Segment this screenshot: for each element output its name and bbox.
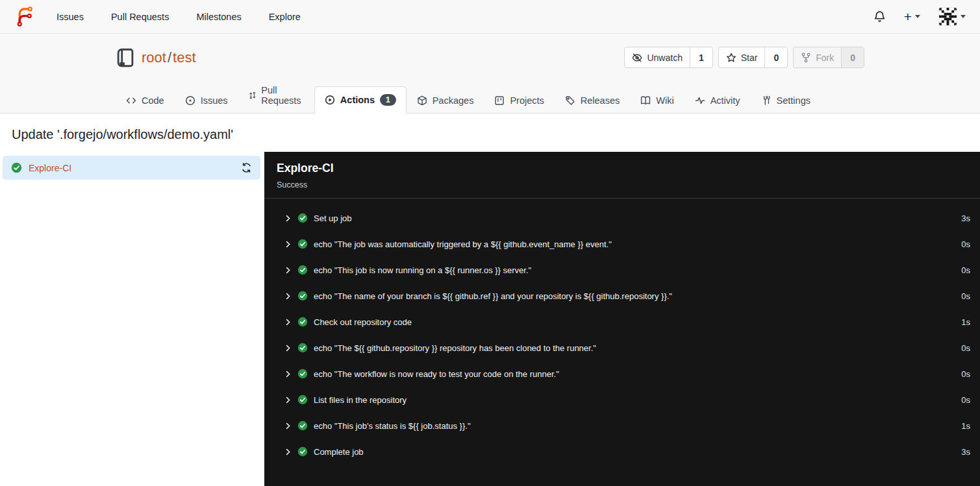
step-duration: 0s <box>961 239 970 249</box>
step-row[interactable]: echo "The job was automatically triggere… <box>264 231 980 257</box>
repo-name-link[interactable]: test <box>173 49 195 66</box>
nav-issues[interactable]: Issues <box>57 12 84 22</box>
chevron-right-icon[interactable] <box>283 343 293 353</box>
fork-icon <box>801 53 811 63</box>
actions-count-badge: 1 <box>380 94 396 106</box>
step-duration: 0s <box>961 369 970 379</box>
unwatch-label: Unwatch <box>647 53 682 63</box>
pull-request-icon <box>249 90 257 101</box>
plus-icon: + <box>904 10 912 23</box>
fork-button: Fork 0 <box>793 47 864 68</box>
user-menu[interactable] <box>938 7 966 26</box>
repo-action-buttons: Unwatch 1 Star 0 <box>624 47 864 68</box>
step-name: echo "The name of your branch is ${{ git… <box>314 291 672 301</box>
repo-book-icon <box>116 48 135 67</box>
chevron-right-icon[interactable] <box>283 395 293 405</box>
repo-tabs: Code Issues Pull Requests Actions <box>116 77 864 113</box>
step-row[interactable]: Complete job 3s <box>264 439 980 465</box>
step-row[interactable]: Check out repository code 1s <box>264 309 980 335</box>
step-row[interactable]: echo "The workflow is now ready to test … <box>264 361 980 387</box>
success-check-icon <box>297 317 308 327</box>
star-count[interactable]: 0 <box>764 47 787 67</box>
step-row[interactable]: echo "This job is now running on a ${{ r… <box>264 257 980 283</box>
notifications-bell-icon[interactable] <box>873 10 886 23</box>
rerun-refresh-icon[interactable] <box>241 162 252 173</box>
tab-settings[interactable]: Settings <box>751 88 821 113</box>
success-check-icon <box>297 446 308 457</box>
tab-pull-requests[interactable]: Pull Requests <box>238 77 314 113</box>
tab-packages[interactable]: Packages <box>407 88 484 113</box>
steps-list: Set up job 3s echo "The job was automati… <box>264 199 980 471</box>
step-name: Complete job <box>314 447 364 457</box>
success-check-icon <box>297 239 308 249</box>
tab-projects[interactable]: Projects <box>484 88 554 113</box>
success-check-icon <box>297 369 308 379</box>
step-duration: 1s <box>961 317 970 327</box>
nav-pull-requests[interactable]: Pull Requests <box>111 12 169 22</box>
book-open-icon <box>640 95 651 106</box>
job-item-explore-ci[interactable]: Explore-CI <box>3 156 260 180</box>
jobs-sidebar: Explore-CI <box>0 152 264 486</box>
success-check-icon <box>297 213 308 223</box>
pulse-icon <box>695 95 705 106</box>
step-duration: 0s <box>961 291 970 301</box>
step-duration: 0s <box>961 343 970 353</box>
fork-count: 0 <box>841 47 864 67</box>
nav-milestones[interactable]: Milestones <box>196 12 241 22</box>
nav-explore[interactable]: Explore <box>269 12 301 22</box>
unwatch-button[interactable]: Unwatch 1 <box>624 47 712 68</box>
chevron-right-icon[interactable] <box>283 369 293 379</box>
chevron-right-icon[interactable] <box>283 265 293 275</box>
play-circle-icon <box>325 95 335 105</box>
chevron-right-icon[interactable] <box>283 317 293 327</box>
chevron-right-icon[interactable] <box>283 447 293 457</box>
repo-owner-link[interactable]: root <box>142 49 166 66</box>
forgejo-logo[interactable] <box>14 6 34 27</box>
chevron-right-icon[interactable] <box>283 213 293 223</box>
step-name: echo "The workflow is now ready to test … <box>314 369 559 379</box>
step-name: echo "This job is now running on a ${{ r… <box>314 265 531 275</box>
step-row[interactable]: List files in the repository 0s <box>264 387 980 413</box>
project-board-icon <box>494 95 505 106</box>
success-check-icon <box>297 395 308 405</box>
repo-header: root/test Unwatch <box>0 34 980 114</box>
top-navbar: Issues Pull Requests Milestones Explore … <box>0 0 980 34</box>
tab-actions[interactable]: Actions 1 <box>314 86 407 114</box>
avatar <box>938 7 957 26</box>
chevron-right-icon[interactable] <box>283 239 293 249</box>
step-duration: 3s <box>961 447 970 457</box>
step-duration: 3s <box>961 213 970 223</box>
job-panel-header: Explore-CI Success <box>264 152 980 199</box>
step-duration: 0s <box>961 395 970 405</box>
tab-code[interactable]: Code <box>116 88 175 113</box>
chevron-right-icon[interactable] <box>283 291 293 301</box>
chevron-down-icon <box>915 15 920 18</box>
tab-releases[interactable]: Releases <box>555 88 630 113</box>
repo-title: root/test <box>116 48 196 67</box>
package-icon <box>417 95 427 106</box>
step-row[interactable]: Set up job 3s <box>264 205 980 231</box>
step-duration: 0s <box>961 265 970 275</box>
step-row[interactable]: echo "The name of your branch is ${{ git… <box>264 283 980 309</box>
job-name: Explore-CI <box>29 163 71 173</box>
success-check-icon <box>297 265 308 275</box>
success-check-icon <box>297 343 308 353</box>
chevron-down-icon <box>961 15 966 18</box>
tab-activity[interactable]: Activity <box>685 88 751 113</box>
success-check-icon <box>11 162 22 173</box>
tab-issues[interactable]: Issues <box>175 88 238 113</box>
star-button[interactable]: Star 0 <box>718 47 788 68</box>
step-row[interactable]: echo "The ${{ github.repository }} repos… <box>264 335 980 361</box>
workflow-run-title: Update '.forgejo/workflows/demo.yaml' <box>12 127 968 142</box>
navbar-links: Issues Pull Requests Milestones Explore <box>57 12 301 22</box>
tools-icon <box>761 95 772 106</box>
step-row[interactable]: echo "This job's status is ${{ job.statu… <box>264 413 980 439</box>
tag-icon <box>565 95 575 106</box>
chevron-right-icon[interactable] <box>283 421 293 431</box>
tab-wiki[interactable]: Wiki <box>630 88 684 113</box>
job-log-panel: Explore-CI Success Set up job 3s echo "T… <box>264 152 980 486</box>
watch-count[interactable]: 1 <box>690 47 712 67</box>
create-new-dropdown[interactable]: + <box>904 10 920 23</box>
star-label: Star <box>741 53 758 63</box>
job-panel-title: Explore-CI <box>277 162 968 175</box>
